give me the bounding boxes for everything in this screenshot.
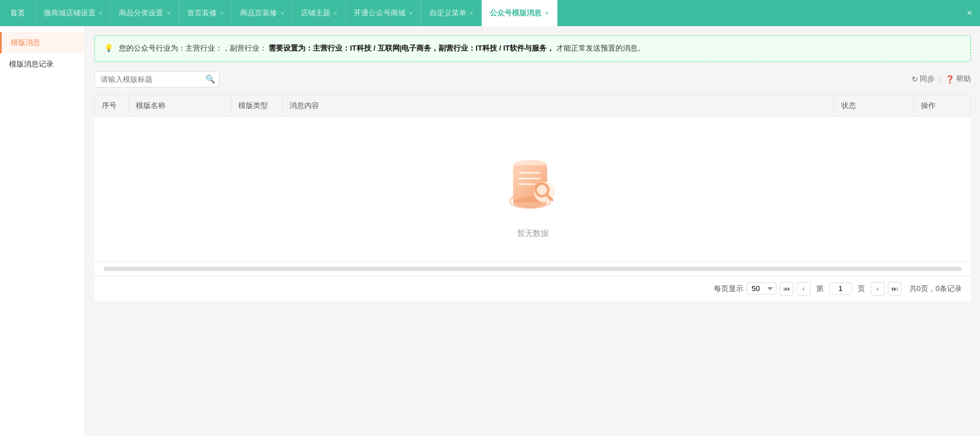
sync-icon: ↻ bbox=[912, 75, 918, 84]
col-header-status: 状态 bbox=[834, 94, 914, 117]
total-text: 共0页，0条记录 bbox=[909, 284, 962, 294]
empty-state: 暂无数据 bbox=[94, 117, 971, 261]
nav-tab-7-close[interactable]: × bbox=[470, 10, 473, 16]
col-header-action: 操作 bbox=[914, 94, 971, 117]
col-header-name: 模版名称 bbox=[129, 94, 231, 117]
prev-page-button[interactable]: ‹ bbox=[797, 282, 811, 296]
nav-tab-6-close[interactable]: × bbox=[409, 10, 412, 16]
nav-tab-7-label: 自定义菜单 bbox=[429, 8, 466, 18]
nav-tab-5-close[interactable]: × bbox=[334, 10, 337, 16]
content-area: 💡 您的公众号行业为：主营行业：，副营行业： 需要设置为：主营行业：IT科技 /… bbox=[85, 26, 980, 436]
sidebar-item-template-record[interactable]: 模版消息记录 bbox=[0, 53, 85, 75]
nav-tab-2[interactable]: 商品分类设置 × bbox=[111, 0, 179, 26]
table-header-row: 序号 模版名称 模版类型 消息内容 状态 操作 bbox=[95, 94, 971, 117]
nav-tab-3[interactable]: 首页装修 × bbox=[179, 0, 232, 26]
sidebar-item-0-label: 模版消息 bbox=[11, 38, 40, 47]
nav-tab-6[interactable]: 开通公众号商城 × bbox=[346, 0, 421, 26]
next-page-button[interactable]: › bbox=[871, 282, 884, 296]
help-icon: ❓ bbox=[945, 75, 954, 84]
sidebar-item-1-label: 模版消息记录 bbox=[9, 60, 53, 68]
col-header-content: 消息内容 bbox=[283, 94, 834, 117]
main-layout: 模版消息 模版消息记录 💡 您的公众号行业为：主营行业：，副营行业： 需要设置为… bbox=[0, 26, 980, 436]
nav-tab-7[interactable]: 自定义菜单 × bbox=[421, 0, 482, 26]
page-size-select[interactable]: 10 20 50 100 bbox=[747, 283, 776, 294]
data-table: 序号 模版名称 模版类型 消息内容 状态 操作 bbox=[94, 94, 971, 117]
nav-tab-5-label: 店铺主题 bbox=[301, 8, 330, 18]
alert-suffix: 才能正常发送预置的消息。 bbox=[556, 44, 645, 52]
page-unit-label: 页 bbox=[858, 284, 865, 294]
top-nav: 首页 微商城店铺设置 × 商品分类设置 × 首页装修 × 商品页装修 × 店铺主… bbox=[0, 0, 980, 26]
search-icon[interactable]: 🔍 bbox=[205, 74, 215, 84]
sidebar: 模版消息 模版消息记录 bbox=[0, 26, 85, 436]
per-page-label: 每页显示 bbox=[714, 284, 743, 294]
nav-tab-2-label: 商品分类设置 bbox=[119, 8, 163, 18]
sync-button[interactable]: ↻ 同步 bbox=[912, 74, 934, 84]
sync-label: 同步 bbox=[920, 74, 934, 84]
page-number-input[interactable] bbox=[829, 283, 852, 294]
last-page-button[interactable]: ⏭ bbox=[888, 282, 902, 296]
nav-tab-1-close[interactable]: × bbox=[99, 10, 102, 16]
alert-icon: 💡 bbox=[104, 44, 113, 52]
help-label: 帮助 bbox=[956, 74, 971, 84]
pagination: 每页显示 10 20 50 100 ⏮ ‹ 第 页 › ⏭ 共0页，0条记录 bbox=[94, 276, 971, 301]
col-header-type: 模版类型 bbox=[231, 94, 283, 117]
nav-tab-home[interactable]: 首页 bbox=[0, 0, 36, 26]
help-button[interactable]: ❓ 帮助 bbox=[945, 74, 971, 84]
nav-tab-3-label: 首页装修 bbox=[187, 8, 217, 18]
nav-tab-8-close[interactable]: × bbox=[545, 10, 548, 16]
page-di-label: 第 bbox=[816, 284, 824, 294]
scrollbar-row bbox=[94, 261, 971, 276]
toolbar-right: ↻ 同步 | ❓ 帮助 bbox=[912, 74, 971, 84]
nav-tab-8-label: 公众号模版消息 bbox=[490, 8, 541, 18]
sidebar-item-template-msg[interactable]: 模版消息 bbox=[0, 32, 85, 53]
alert-prefix: 您的公众号行业为：主营行业：，副营行业： bbox=[119, 44, 267, 52]
alert-highlight: 需要设置为：主营行业：IT科技 / 互联网|电子商务，副营行业：IT科技 / I… bbox=[268, 44, 554, 52]
nav-tab-8[interactable]: 公众号模版消息 × bbox=[482, 0, 557, 26]
home-tab-label: 首页 bbox=[10, 8, 25, 18]
empty-text: 暂无数据 bbox=[517, 229, 549, 239]
nav-tab-3-close[interactable]: × bbox=[220, 10, 224, 16]
nav-tab-6-label: 开通公众号商城 bbox=[354, 8, 406, 18]
nav-tab-1-label: 微商城店铺设置 bbox=[44, 8, 96, 18]
nav-tab-4[interactable]: 商品页装修 × bbox=[232, 0, 292, 26]
nav-tab-4-label: 商品页装修 bbox=[240, 8, 277, 18]
first-page-button[interactable]: ⏮ bbox=[780, 282, 793, 296]
close-all-button[interactable]: × bbox=[959, 0, 980, 26]
search-input[interactable] bbox=[94, 71, 220, 88]
nav-tab-5[interactable]: 店铺主题 × bbox=[293, 0, 346, 26]
empty-icon bbox=[499, 151, 567, 219]
col-header-index: 序号 bbox=[95, 94, 129, 117]
search-input-wrap: 🔍 bbox=[94, 71, 220, 88]
alert-box: 💡 您的公众号行业为：主营行业：，副营行业： 需要设置为：主营行业：IT科技 /… bbox=[94, 35, 971, 62]
fake-scrollbar[interactable] bbox=[104, 267, 962, 271]
nav-tab-4-close[interactable]: × bbox=[280, 10, 284, 16]
nav-tab-1[interactable]: 微商城店铺设置 × bbox=[36, 0, 111, 26]
close-all-icon: × bbox=[967, 8, 972, 18]
nav-tab-2-close[interactable]: × bbox=[167, 10, 170, 16]
search-bar: 🔍 ↻ 同步 | ❓ 帮助 bbox=[94, 71, 971, 88]
toolbar-divider: | bbox=[939, 75, 941, 84]
